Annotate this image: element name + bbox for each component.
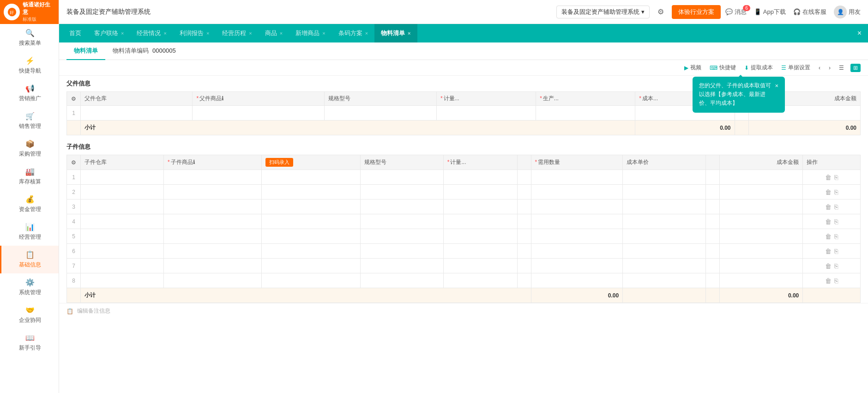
child-cell-spec[interactable] — [360, 259, 443, 273]
trial-button[interactable]: 体验行业方案 — [672, 5, 721, 19]
delete-icon[interactable]: 🗑 — [825, 262, 832, 270]
delete-icon[interactable]: 🗑 — [825, 277, 832, 284]
delete-icon[interactable]: 🗑 — [825, 203, 832, 211]
delete-icon[interactable]: 🗑 — [825, 218, 832, 225]
delete-icon[interactable]: 🗑 — [825, 188, 832, 196]
sidebar-item-quick-nav[interactable]: ⚡ 快捷导航 — [0, 52, 59, 79]
sidebar-item-guide[interactable]: 📖 新手引导 — [0, 329, 59, 357]
child-cell-needed[interactable] — [531, 170, 623, 185]
child-cell-warehouse[interactable] — [81, 244, 164, 259]
child-cell-warehouse[interactable] — [81, 229, 164, 244]
child-cell-scan[interactable] — [262, 170, 360, 185]
copy-icon[interactable]: ⎘ — [834, 262, 838, 270]
delete-icon[interactable]: 🗑 — [825, 233, 832, 240]
child-cell-warehouse[interactable] — [81, 259, 164, 273]
child-cell-scan[interactable] — [262, 185, 360, 200]
child-cell-cost-unit[interactable] — [623, 259, 706, 273]
child-th-settings[interactable]: ⚙ — [67, 155, 81, 170]
copy-icon[interactable]: ⎘ — [834, 188, 838, 196]
child-cell-needed[interactable] — [531, 259, 623, 273]
child-cell-cost-unit[interactable] — [623, 273, 706, 288]
child-cell-needed[interactable] — [531, 244, 623, 259]
close-tab-operation-status[interactable]: × — [163, 30, 166, 36]
tab-barcode[interactable]: 条码方案 × — [332, 24, 374, 42]
child-cell-goods[interactable] — [164, 229, 262, 244]
child-cell-spec[interactable] — [360, 244, 443, 259]
close-tab-goods[interactable]: × — [280, 30, 283, 36]
tab-goods[interactable]: 商品 × — [259, 24, 289, 42]
child-cell-cost-unit[interactable] — [623, 244, 706, 259]
child-cell-unit[interactable] — [443, 170, 517, 185]
child-cell-cost-unit[interactable] — [623, 185, 706, 200]
sidebar-item-search[interactable]: 🔍 搜索菜单 — [0, 24, 59, 52]
sidebar-item-system[interactable]: ⚙️ 系统管理 — [0, 273, 59, 301]
child-cell-scan[interactable] — [262, 229, 360, 244]
sidebar-item-sales[interactable]: 🛒 销售管理 — [0, 107, 59, 135]
shortcut-button[interactable]: ⌨ 快捷键 — [708, 63, 738, 73]
close-tab-new-goods[interactable]: × — [322, 30, 325, 36]
list-view-btn[interactable]: ☰ — [837, 64, 846, 72]
delete-icon[interactable]: 🗑 — [825, 174, 832, 181]
nav-next[interactable]: › — [827, 64, 832, 72]
child-cell-scan[interactable] — [262, 244, 360, 259]
child-cell-scan[interactable] — [262, 259, 360, 273]
scan-button[interactable]: 扫码录入 — [265, 158, 293, 167]
tab-profit[interactable]: 利润报告 × — [173, 24, 216, 42]
delete-icon[interactable]: 🗑 — [825, 248, 832, 255]
parent-cell-spec[interactable] — [325, 106, 436, 121]
close-all-tabs[interactable]: × — [855, 29, 864, 37]
child-cell-goods[interactable] — [164, 185, 262, 200]
close-tab-customer[interactable]: × — [121, 30, 124, 36]
child-cell-goods[interactable] — [164, 214, 262, 229]
child-cell-cost-unit[interactable] — [623, 170, 706, 185]
copy-icon[interactable]: ⎘ — [834, 218, 838, 225]
copy-icon[interactable]: ⎘ — [834, 233, 838, 240]
child-cell-unit[interactable] — [443, 229, 517, 244]
child-cell-spec[interactable] — [360, 170, 443, 185]
child-cell-unit[interactable] — [443, 244, 517, 259]
grid-view-btn[interactable]: ⊞ — [850, 64, 861, 72]
nav-prev[interactable]: ‹ — [817, 64, 822, 72]
user-menu[interactable]: 👤 用友 — [834, 6, 861, 18]
tooltip-close[interactable]: × — [775, 81, 778, 91]
copy-icon[interactable]: ⎘ — [834, 248, 838, 255]
gear-button[interactable]: ⚙ — [654, 6, 667, 18]
child-cell-cost-unit[interactable] — [623, 229, 706, 244]
tab-customer[interactable]: 客户联络 × — [88, 24, 130, 42]
sidebar-item-operation[interactable]: 📊 经营管理 — [0, 218, 59, 246]
sidebar-item-marketing[interactable]: 📢 营销推广 — [0, 79, 59, 107]
child-cell-unit[interactable] — [443, 214, 517, 229]
child-cell-goods[interactable] — [164, 200, 262, 214]
sidebar-item-enterprise[interactable]: 🤝 企业协同 — [0, 301, 59, 329]
child-cell-spec[interactable] — [360, 273, 443, 288]
video-button[interactable]: ▶ 视频 — [682, 63, 703, 73]
tab-bom[interactable]: 物料清单 × — [374, 24, 417, 42]
message-button[interactable]: 💬 消息 6 — [725, 8, 747, 16]
child-cell-needed[interactable] — [531, 214, 623, 229]
child-cell-unit[interactable] — [443, 273, 517, 288]
extract-cost-button[interactable]: ⬇ 提取成本 — [742, 63, 775, 73]
child-cell-needed[interactable] — [531, 273, 623, 288]
parent-cell-produce[interactable] — [536, 106, 635, 121]
parent-th-settings[interactable]: ⚙ — [67, 92, 81, 106]
child-cell-goods[interactable] — [164, 170, 262, 185]
child-cell-unit[interactable] — [443, 259, 517, 273]
child-cell-warehouse[interactable] — [81, 185, 164, 200]
close-tab-barcode[interactable]: × — [365, 30, 368, 36]
child-cell-warehouse[interactable] — [81, 273, 164, 288]
tab-history[interactable]: 经营历程 × — [216, 24, 258, 42]
child-cell-scan[interactable] — [262, 214, 360, 229]
child-cell-scan[interactable] — [262, 273, 360, 288]
child-cell-warehouse[interactable] — [81, 170, 164, 185]
child-th-scan[interactable]: 扫码录入 — [262, 155, 360, 170]
child-cell-spec[interactable] — [360, 185, 443, 200]
child-cell-scan[interactable] — [262, 200, 360, 214]
sub-tab-bom-code[interactable]: 物料清单编码 0000005 — [105, 42, 183, 60]
close-tab-bom[interactable]: × — [408, 30, 410, 36]
copy-icon[interactable]: ⎘ — [834, 174, 838, 181]
child-cell-spec[interactable] — [360, 229, 443, 244]
system-selector[interactable]: 装备及固定资产辅助管理系统 ▾ — [556, 6, 650, 18]
child-cell-needed[interactable] — [531, 185, 623, 200]
sidebar-item-purchase[interactable]: 📦 采购管理 — [0, 135, 59, 163]
child-cell-needed[interactable] — [531, 200, 623, 214]
